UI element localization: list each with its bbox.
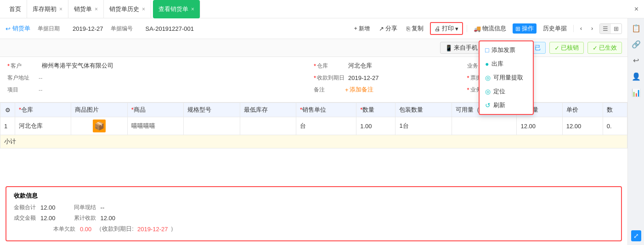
- note-label: 备注: [314, 86, 341, 94]
- tab-home[interactable]: 首页: [4, 0, 27, 18]
- plus-icon: +: [345, 86, 349, 93]
- td-warehouse: 河北仓库: [15, 117, 71, 135]
- operate-button[interactable]: ⊞ 操作: [513, 23, 537, 34]
- product-image: 📦: [93, 120, 106, 132]
- note-field: 备注 + 添加备注: [314, 85, 467, 94]
- logistics-button[interactable]: 🚚 物流信息: [471, 23, 509, 34]
- phone-icon: 📱: [445, 45, 452, 51]
- tab-inventory-close[interactable]: ×: [59, 6, 62, 12]
- cumulative-value: 12.00: [101, 215, 116, 222]
- add-note-button[interactable]: + 添加备注: [345, 85, 373, 94]
- locate-item[interactable]: ◎ 定位: [480, 85, 533, 98]
- tab-inventory[interactable]: 库存期初 ×: [27, 0, 68, 18]
- td-spec: [184, 117, 240, 135]
- tab-view-sales[interactable]: 查看销货单 ×: [153, 0, 200, 18]
- separator2: [573, 25, 574, 32]
- th-min-stock: 最低库存: [240, 103, 296, 117]
- sidebar-expand-icon[interactable]: ⤢: [631, 230, 641, 241]
- payment-row-3: 本单欠款 0.00 （收款到期日: 2019-12-27 ）: [14, 225, 614, 233]
- new-button[interactable]: + 新增: [351, 24, 373, 34]
- due-date: 2019-12-27: [137, 226, 168, 233]
- grid-view-button[interactable]: ⊞: [611, 24, 621, 34]
- td-image: 📦: [71, 117, 127, 135]
- payment-section: 收款信息 金额合计 12.00 同单现结 -- 成交金额 12.00 累计收款: [6, 186, 622, 241]
- available-qty-item[interactable]: ◎ 可用量提取: [480, 71, 533, 85]
- subtotal-label: 小计: [0, 135, 627, 148]
- locate-icon: ◎: [485, 88, 491, 95]
- th-amount: 数: [603, 103, 627, 117]
- sidebar-user-icon[interactable]: 👤: [630, 70, 643, 83]
- window-close-button[interactable]: ×: [634, 5, 638, 13]
- due-close: ）: [170, 225, 176, 233]
- tab-sales-close[interactable]: ×: [95, 6, 98, 12]
- trade-value: 12.00: [40, 215, 56, 222]
- outbound-item[interactable]: ● 出库: [480, 57, 533, 71]
- add-invoice-item[interactable]: □ 添加发票: [480, 43, 533, 57]
- refresh-item[interactable]: ↺ 刷新: [480, 98, 533, 112]
- print-icon: 🖨: [435, 25, 441, 32]
- toolbar: + 新增 ↗ 分享 ⎘ 复制 🖨 打印 ▾ 🚚 物流信: [351, 22, 622, 35]
- tab-sales[interactable]: 销货单 ×: [68, 0, 104, 18]
- due-note: （收款到期日:: [96, 225, 134, 233]
- warehouse-label: 仓库: [317, 62, 345, 70]
- address-label: 客户地址: [7, 74, 35, 82]
- sidebar-doc-icon[interactable]: 📋: [630, 22, 643, 34]
- share-button[interactable]: ↗ 分享: [376, 23, 400, 34]
- th-spec: 规格型号: [184, 103, 240, 117]
- operate-icon: ⊞: [515, 25, 520, 32]
- outbound-label: 出库: [491, 60, 503, 68]
- print-button[interactable]: 🖨 打印 ▾: [430, 22, 463, 35]
- tab-bar: 首页 库存期初 × 销货单 × 销货单历史 × 查看销货单 × ×: [0, 0, 644, 18]
- list-view-button[interactable]: ☰: [600, 24, 611, 34]
- share-icon: ↗: [379, 25, 384, 32]
- tab-sales-history[interactable]: 销货单历史 ×: [104, 0, 151, 18]
- payment-row-2: 成交金额 12.00 累计收款 12.00: [14, 214, 614, 222]
- due-date-field: * 收款到期日 2019-12-27: [314, 74, 467, 82]
- right-sidebar: 📋 🔗 ↩ 👤 📊 ⤢: [627, 18, 644, 245]
- tab-sales-history-label: 销货单历史: [109, 5, 139, 13]
- th-unit: *销售单位: [296, 103, 356, 117]
- customer-label: 客户: [11, 62, 38, 70]
- copy-button[interactable]: ⎘ 复制: [404, 23, 426, 34]
- td-quantity: 1.00: [356, 117, 395, 135]
- th-price: 单价: [562, 103, 603, 117]
- tab-view-sales-close[interactable]: ×: [191, 6, 194, 12]
- td-product: 嘻嘻嘻嘻: [127, 117, 183, 135]
- tab-sales-label: 销货单: [74, 5, 92, 13]
- tab-sales-history-close[interactable]: ×: [142, 6, 145, 12]
- th-image: 商品图片: [71, 103, 127, 117]
- tab-home-label: 首页: [9, 5, 21, 13]
- sold-status-btn[interactable]: ✓ 已核销: [549, 42, 584, 54]
- project-value: --: [39, 86, 43, 93]
- next-button[interactable]: ›: [588, 24, 596, 33]
- date-label: 单据日期: [38, 25, 65, 33]
- phone-status-btn[interactable]: 📱 来自手机: [440, 42, 483, 54]
- total-label: 金额合计: [14, 204, 36, 211]
- invoice-icon: □: [485, 46, 489, 54]
- separator: [467, 25, 467, 32]
- same-order-field: 同单现结 --: [74, 204, 105, 211]
- same-order-value: --: [101, 204, 105, 211]
- doc-meta: 单据日期 2019-12-27 单据编号 SA-20191227-001: [38, 25, 194, 33]
- sidebar-link-icon[interactable]: 🔗: [630, 38, 643, 51]
- project-field: 项目 --: [7, 86, 314, 94]
- sidebar-return-icon[interactable]: ↩: [631, 54, 641, 67]
- same-order-label: 同单现结: [74, 204, 96, 211]
- outbound-icon: ●: [485, 60, 489, 68]
- trade-field: 成交金额 12.00: [14, 214, 56, 222]
- sidebar-chart-icon[interactable]: 📊: [630, 86, 643, 99]
- customer-field: * 客户 柳州粤港平安气体有限公司: [7, 62, 314, 70]
- doc-header: ↩ 销货单 单据日期 2019-12-27 单据编号 SA-20191227-0…: [0, 18, 627, 39]
- tab-inventory-label: 库存期初: [33, 5, 56, 13]
- prev-button[interactable]: ‹: [577, 24, 585, 33]
- subtotal-row: 小计: [0, 135, 627, 148]
- payment-title: 收款信息: [14, 192, 614, 200]
- sales-order-icon: ↩: [6, 25, 11, 32]
- history-button[interactable]: 历史单据: [540, 23, 570, 34]
- trade-label: 成交金额: [14, 214, 36, 222]
- effect-icon: ✓: [593, 45, 598, 51]
- copy-icon: ⎘: [407, 25, 410, 32]
- view-toggle: ☰ ⊞: [599, 23, 622, 34]
- th-quantity: *数量: [356, 103, 395, 117]
- effect-status-btn[interactable]: ✓ 已生效: [588, 42, 622, 54]
